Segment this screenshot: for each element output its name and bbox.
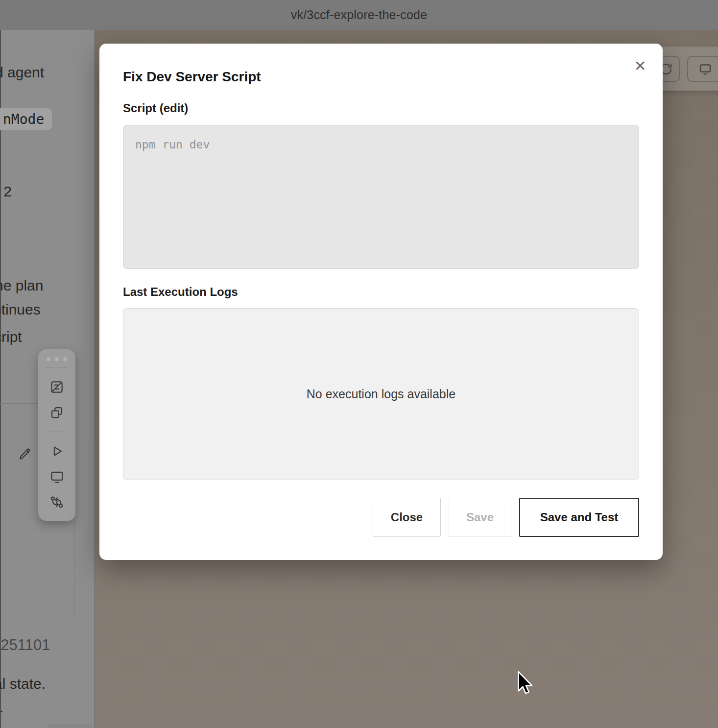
app-window: vk/3ccf-explore-the-code d agent nMode y…	[0, 0, 718, 728]
fix-dev-server-modal: Fix Dev Server Script ✕ Script (edit) La…	[99, 44, 663, 560]
script-label: Script (edit)	[123, 101, 188, 115]
close-button[interactable]: Close	[373, 498, 441, 537]
save-and-test-button[interactable]: Save and Test	[519, 498, 639, 537]
save-button[interactable]: Save	[449, 498, 511, 537]
close-icon[interactable]: ✕	[630, 56, 650, 76]
modal-title: Fix Dev Server Script	[123, 69, 261, 85]
logs-empty-message: No execution logs available	[307, 387, 455, 401]
logs-label: Last Execution Logs	[123, 285, 238, 299]
execution-logs-box: No execution logs available	[123, 308, 639, 480]
modal-button-row: Close Save Save and Test	[123, 498, 639, 537]
script-input[interactable]	[123, 125, 639, 269]
